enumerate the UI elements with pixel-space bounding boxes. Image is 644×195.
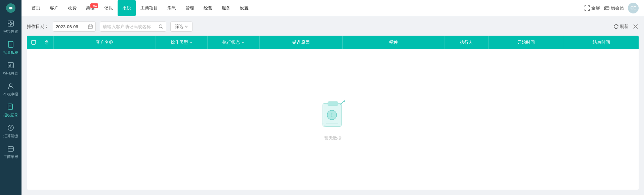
svg-rect-29: [88, 25, 92, 29]
refresh-label: 刷新: [620, 24, 629, 30]
date-input-wrap[interactable]: [53, 22, 96, 32]
nav-manage[interactable]: 管理: [181, 0, 199, 16]
gear-icon: [45, 40, 49, 45]
checkbox-icon: [31, 40, 36, 45]
batch-tax-icon: [6, 40, 15, 49]
content-area: 操作日期： 筛选: [22, 16, 644, 195]
svg-point-16: [9, 84, 12, 86]
th-name: 客户名称: [54, 36, 156, 49]
nav-message[interactable]: 消息: [163, 0, 181, 16]
nav-customer[interactable]: 客户: [45, 0, 63, 16]
fullscreen-icon: [585, 5, 590, 11]
sidebar-item-label: 个税申报: [3, 92, 18, 97]
th-start-time: 开始时间: [489, 36, 564, 49]
nav-tax[interactable]: 报税: [118, 0, 136, 16]
sidebar-item-tax-record[interactable]: 报税记录: [0, 100, 22, 120]
calendar-icon: [88, 24, 93, 29]
search-input[interactable]: [103, 24, 157, 29]
svg-rect-41: [328, 102, 338, 106]
close-icon: [633, 24, 639, 30]
nav-account[interactable]: 记账: [99, 0, 118, 16]
close-button[interactable]: [633, 24, 639, 30]
sidebar-item-label: 工商年报: [3, 154, 18, 159]
th-exec-status[interactable]: 执行状态 ▼: [208, 36, 260, 49]
tax-settings-icon: [6, 19, 15, 28]
avatar[interactable]: CE: [628, 3, 639, 13]
th-error-reason: 错误原因: [260, 36, 342, 49]
sidebar-item-label: 批量报税: [3, 50, 18, 55]
filter-label: 筛选: [175, 24, 183, 30]
sidebar-item-settlement[interactable]: ¥ 汇算清缴: [0, 120, 22, 141]
svg-point-3: [10, 23, 12, 25]
nav-items: 首页 客户 收费 票据 new 记账 报税 工商项目 消息 管理 经营 服务 设…: [27, 0, 585, 16]
toolbar: 操作日期： 筛选: [27, 22, 639, 32]
th-tax-type: 税种: [343, 36, 445, 49]
sidebar-item-label: 汇算清缴: [3, 133, 18, 139]
fullscreen-label: 全屏: [591, 5, 600, 11]
th-end-time: 结束时间: [564, 36, 639, 49]
th-check[interactable]: [27, 36, 40, 49]
top-nav: 首页 客户 收费 票据 new 记账 报税 工商项目 消息 管理 经营 服务 设…: [22, 0, 644, 16]
svg-line-42: [341, 101, 344, 104]
filter-button[interactable]: 筛选: [170, 22, 192, 32]
empty-state-icon: !: [318, 98, 348, 131]
th-op-type[interactable]: 操作类型 ▼: [156, 36, 208, 49]
table-body: ! 暂无数据: [27, 49, 639, 190]
date-label: 操作日期：: [27, 24, 49, 30]
personal-tax-icon: [6, 81, 15, 91]
sidebar-item-personal-tax[interactable]: 个税申报: [0, 79, 22, 100]
annual-report-icon: [6, 144, 15, 153]
tax-overview-icon: [6, 61, 15, 70]
svg-text:!: !: [331, 112, 333, 118]
search-icon: [159, 24, 163, 29]
sort-icon-status: ▼: [241, 41, 245, 44]
svg-rect-17: [8, 104, 12, 109]
sidebar-item-annual-report[interactable]: 工商年报: [0, 141, 22, 162]
nav-billing[interactable]: 收费: [63, 0, 81, 16]
tax-record-icon: [6, 102, 15, 112]
nav-invoice[interactable]: 票据 new: [81, 0, 99, 16]
sidebar-item-tax-overview[interactable]: 报税总览: [0, 58, 22, 79]
th-executor: 执行人: [444, 36, 489, 49]
sidebar-item-tax-settings[interactable]: 报税设置: [0, 16, 22, 37]
sidebar-item-label: 报税记录: [3, 113, 18, 118]
sidebar-item-label: 报税总览: [3, 71, 18, 76]
nav-right: 全屏 畅会员 CE: [585, 3, 639, 13]
svg-rect-28: [605, 8, 606, 9]
member-icon: [604, 5, 609, 11]
svg-text:¥: ¥: [9, 126, 12, 130]
th-gear[interactable]: [40, 36, 54, 49]
sidebar-item-label: 报税设置: [3, 29, 18, 34]
svg-marker-43: [344, 100, 345, 102]
empty-text: 暂无数据: [324, 135, 342, 141]
svg-point-48: [324, 125, 326, 127]
empty-illustration: !: [318, 98, 348, 131]
svg-point-49: [322, 123, 324, 124]
member-btn[interactable]: 畅会员: [604, 5, 624, 11]
search-wrap[interactable]: [100, 22, 166, 32]
nav-business[interactable]: 工商项目: [136, 0, 163, 16]
sort-icon-op: ▼: [189, 41, 193, 44]
member-label: 畅会员: [611, 5, 624, 11]
fullscreen-btn[interactable]: 全屏: [585, 5, 600, 11]
svg-rect-37: [32, 40, 36, 44]
chevron-down-icon: [185, 25, 188, 28]
svg-point-39: [45, 41, 49, 44]
table: 客户名称 操作类型 ▼ 执行状态 ▼ 错误原因 税种 执行人 开始时间 结束时间: [27, 36, 639, 190]
invoice-badge: new: [90, 3, 98, 8]
svg-point-1: [10, 7, 12, 9]
svg-rect-22: [8, 147, 13, 151]
nav-service[interactable]: 服务: [217, 0, 235, 16]
svg-point-33: [159, 25, 162, 28]
svg-line-34: [162, 28, 163, 29]
nav-settings[interactable]: 设置: [235, 0, 253, 16]
svg-rect-8: [8, 41, 13, 47]
logo: [0, 0, 22, 16]
nav-home[interactable]: 首页: [27, 0, 45, 16]
settlement-icon: ¥: [6, 123, 15, 132]
nav-operation[interactable]: 经营: [199, 0, 217, 16]
sidebar-item-batch-tax[interactable]: 批量报税: [0, 37, 22, 58]
table-header: 客户名称 操作类型 ▼ 执行状态 ▼ 错误原因 税种 执行人 开始时间 结束时间: [27, 36, 639, 49]
refresh-button[interactable]: 刷新: [614, 24, 629, 30]
date-input[interactable]: [56, 24, 86, 29]
